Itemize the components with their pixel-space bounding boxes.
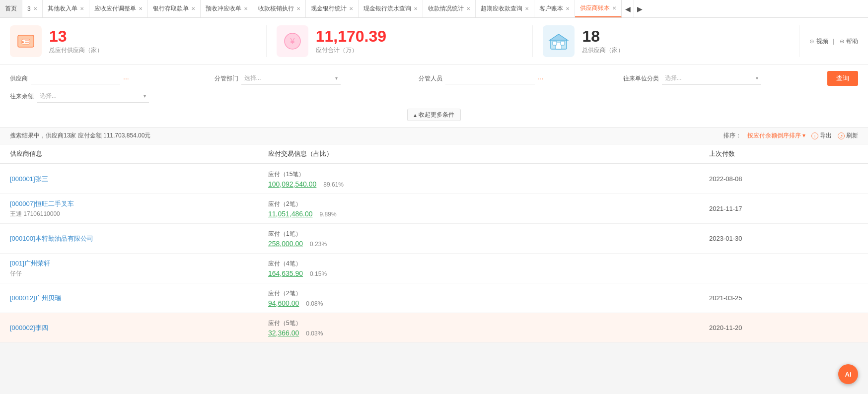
table-row: [000012]广州贝瑞 应付（2笔） 94,600.00 0.08% 2021… (0, 283, 868, 313)
close-tab-other-income[interactable]: ✕ (80, 6, 84, 11)
close-tab-receipt-verify[interactable]: ✕ (296, 6, 300, 11)
supplier-link-5[interactable]: [000012]广州贝瑞 (10, 294, 61, 302)
person-filter-label: 分管人员 (419, 74, 442, 83)
nav-arrow-left[interactable]: ◀ (622, 0, 634, 17)
refresh-icon: ↺ (838, 132, 845, 139)
export-button[interactable]: ↑ 导出 (811, 131, 832, 140)
balance-dropdown[interactable]: 选择... ▾ (37, 90, 149, 103)
nav-tab-customer-account[interactable]: 客户账本 ✕ (534, 0, 575, 17)
trans-amount-2[interactable]: 11,051,486.00 (268, 210, 313, 218)
close-tab-receipt-stat[interactable]: ✕ (466, 6, 470, 11)
nav-tab-bank-deposit-label: 银行存取款单 (153, 4, 189, 13)
video-link[interactable]: ⊙ 视频 (809, 37, 828, 46)
supplier-name-2: [000007]恒旺二手叉车 王通 17106110000 (10, 199, 268, 218)
person-dots-button[interactable]: ··· (538, 74, 544, 82)
trans-label-2: 应付（2笔） (268, 200, 709, 208)
category-filter-label: 往来单位分类 (623, 74, 659, 83)
nav-tab-overdue-query[interactable]: 超期应收款查询 ✕ (476, 0, 534, 17)
nav-tab-supplier-account[interactable]: 供应商账本 ✕ (575, 0, 622, 17)
nav-tab-other-income-label: 其他收入单 (48, 4, 77, 13)
close-tab-overdue-query[interactable]: ✕ (525, 6, 529, 11)
transaction-info-2: 应付（2笔） 11,051,486.00 9.89% (268, 200, 709, 218)
query-button[interactable]: 查询 (827, 71, 858, 86)
stats-header: 13 总应付供应商（家） ¥ 11,170.39 应付合计（万） 1 (0, 18, 868, 65)
filter-supplier: 供应商 ··· (10, 73, 210, 84)
nav-tab-other-income[interactable]: 其他收入单 ✕ (43, 0, 89, 17)
trans-row-1: 100,092,540.00 89.61% (268, 180, 709, 188)
trans-amount-5[interactable]: 94,600.00 (268, 299, 299, 307)
trans-amount-6[interactable]: 32,366.00 (268, 329, 299, 337)
supplier-contact-2: 王通 17106110000 (10, 210, 268, 218)
nav-tab-cash-bank-flow[interactable]: 现金银行流水查询 ✕ (359, 0, 423, 17)
svg-marker-8 (550, 34, 568, 40)
transaction-info-5: 应付（2笔） 94,600.00 0.08% (268, 289, 709, 307)
filter-balance: 往来余额 选择... ▾ (10, 90, 149, 103)
nav-tab-ar-adjustment[interactable]: 应收应付调整单 ✕ (89, 0, 148, 17)
supplier-link-3[interactable]: [000100]本特勤油品有限公司 (10, 235, 93, 242)
close-tab-ar-adjustment[interactable]: ✕ (139, 6, 143, 11)
close-tab-cash-bank-flow[interactable]: ✕ (414, 6, 418, 11)
table-row: [000001]张三 应付（15笔） 100,092,540.00 89.61%… (0, 164, 868, 194)
close-tab-customer-account[interactable]: ✕ (566, 6, 570, 11)
trans-amount-1[interactable]: 100,092,540.00 (268, 180, 316, 188)
supplier-link-6[interactable]: [000002]李四 (10, 324, 48, 331)
category-chevron-down-icon: ▾ (756, 75, 758, 81)
person-filter-input[interactable] (445, 73, 535, 84)
nav-tab-advance-receipt[interactable]: 预收冲应收单 ✕ (201, 0, 253, 17)
supplier-link-1[interactable]: [000001]张三 (10, 175, 48, 183)
stat-content-total: 18 总供应商（家） (582, 28, 624, 55)
nav-tab-receipt-verify-label: 收款核销执行 (258, 4, 294, 13)
sort-value[interactable]: 按应付余额倒序排序 ▾ (747, 131, 805, 140)
trans-label-3: 应付（1笔） (268, 230, 709, 238)
close-tab-3[interactable]: ✕ (33, 6, 37, 11)
nav-tab-home[interactable]: 首页 (0, 0, 22, 17)
nav-tab-cash-bank-stat[interactable]: 现金银行统计 ✕ (306, 0, 359, 17)
department-dropdown[interactable]: 选择... ▾ (241, 72, 341, 85)
close-tab-bank-deposit[interactable]: ✕ (191, 6, 195, 11)
supplier-filter-input[interactable] (31, 73, 120, 84)
supplier-link-4[interactable]: [001]广州荣轩 (10, 260, 50, 267)
stat-value-suppliers: 13 (49, 28, 103, 44)
stat-value-total: 18 (582, 28, 624, 44)
stat-label-suppliers: 总应付供应商（家） (49, 46, 103, 55)
last-pay-5: 2021-03-25 (709, 294, 858, 302)
close-tab-supplier-account[interactable]: ✕ (612, 5, 616, 11)
trans-amount-3[interactable]: 258,000.00 (268, 240, 303, 248)
close-tab-advance-receipt[interactable]: ✕ (244, 6, 248, 11)
category-dropdown[interactable]: 选择... ▾ (662, 72, 761, 85)
results-summary: 搜索结果中，供应商13家 应付金额 111,703,854.00元 (10, 131, 150, 140)
svg-point-2 (22, 41, 24, 43)
nav-tab-bank-deposit[interactable]: 银行存取款单 ✕ (148, 0, 201, 17)
collapse-button[interactable]: ▴ 收起更多条件 (407, 109, 461, 121)
help-link[interactable]: ⊙ 帮助 (840, 37, 858, 46)
chevron-up-icon: ▴ (414, 112, 417, 119)
refresh-button[interactable]: ↺ 刷新 (838, 131, 858, 140)
supplier-name-6: [000002]李四 (10, 324, 268, 332)
supplier-dots-button[interactable]: ··· (123, 74, 129, 82)
transaction-info-4: 应付（4笔） 164,635.90 0.15% (268, 260, 709, 277)
supplier-name-1: [000001]张三 (10, 175, 268, 184)
nav-tab-3[interactable]: 3 ✕ (22, 0, 43, 17)
supplier-filter-label: 供应商 (10, 74, 28, 83)
nav-arrow-right[interactable]: ▶ (634, 0, 646, 17)
trans-row-3: 258,000.00 0.23% (268, 240, 709, 248)
export-icon: ↑ (811, 132, 818, 139)
supplier-name-4: [001]广州荣轩 仔仔 (10, 259, 268, 278)
collapse-label: 收起更多条件 (419, 111, 454, 119)
category-dropdown-text: 选择... (665, 74, 754, 82)
store-icon (543, 25, 575, 57)
table-row: [000002]李四 应付（5笔） 32,366.00 0.03% 2020-1… (0, 313, 868, 343)
nav-tab-receipt-verify[interactable]: 收款核销执行 ✕ (253, 0, 306, 17)
stat-block-amount: ¥ 11,170.39 应付合计（万） (277, 25, 533, 57)
filter-row-1: 供应商 ··· 分管部门 选择... ▾ 分管人员 ··· 往来单位分类 选择.… (10, 71, 858, 86)
supplier-link-2[interactable]: [000007]恒旺二手叉车 (10, 200, 74, 207)
close-tab-cash-bank-stat[interactable]: ✕ (349, 6, 353, 11)
stat-value-amount: 11,170.39 (316, 28, 386, 44)
nav-tab-3-label: 3 (27, 5, 31, 12)
trans-row-6: 32,366.00 0.03% (268, 329, 709, 337)
filter-row-2: 往来余额 选择... ▾ (10, 90, 858, 103)
trans-amount-4[interactable]: 164,635.90 (268, 269, 303, 277)
last-pay-6: 2020-11-20 (709, 324, 858, 331)
nav-tab-receipt-stat[interactable]: 收款情况统计 ✕ (423, 0, 476, 17)
balance-dropdown-text: 选择... (40, 92, 142, 100)
